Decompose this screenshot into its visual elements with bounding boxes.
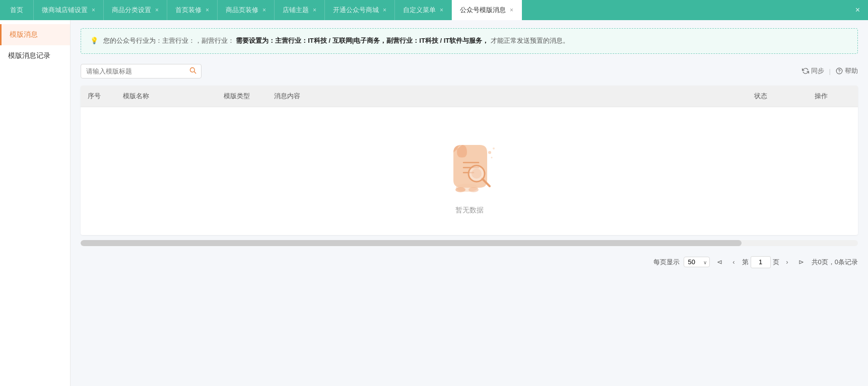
- page-size-select-wrap: 10 20 50 100: [684, 257, 710, 267]
- close-shop-settings[interactable]: ×: [92, 7, 95, 14]
- sync-icon: [802, 67, 809, 74]
- tab-open-wechat-shop-label: 开通公众号商城: [333, 6, 379, 15]
- col-type: 模版类型: [217, 86, 267, 107]
- search-input[interactable]: [81, 64, 202, 79]
- tab-shop-settings-label: 微商城店铺设置: [42, 6, 88, 15]
- svg-point-12: [493, 147, 495, 149]
- search-input-wrap: [81, 64, 202, 79]
- sidebar-item-template-message-label: 模版消息: [10, 30, 38, 38]
- close-home-decoration[interactable]: ×: [206, 7, 209, 14]
- tab-store-theme-label: 店铺主题: [283, 6, 309, 15]
- pagination: 每页显示 10 20 50 100 ⊲ ‹ 第 页 ›: [81, 251, 858, 273]
- tab-shop-settings[interactable]: 微商城店铺设置 ×: [34, 0, 104, 20]
- last-page-button[interactable]: ⊳: [795, 256, 808, 268]
- empty-text: 暂无数据: [81, 206, 858, 215]
- sidebar-item-template-message-record[interactable]: 模版消息记录: [0, 45, 70, 66]
- toolbar-right: 同步 | 帮助: [802, 66, 858, 75]
- toolbar-divider: |: [829, 67, 831, 75]
- help-button[interactable]: 帮助: [836, 66, 858, 75]
- sidebar: 模版消息 模版消息记录: [0, 20, 71, 386]
- col-name: 模版名称: [116, 86, 217, 107]
- scrollbar-thumb[interactable]: [81, 240, 742, 246]
- content-area: 💡 您的公众号行业为：主营行业：，副营行业： 需要设置为：主营行业：IT科技 /…: [71, 20, 868, 386]
- svg-point-14: [455, 187, 465, 192]
- tab-category-settings[interactable]: 商品分类设置 ×: [104, 0, 167, 20]
- page-suffix: 页: [773, 258, 779, 267]
- col-content: 消息内容: [267, 86, 747, 107]
- search-bar: 同步 | 帮助: [81, 64, 858, 79]
- svg-line-1: [194, 72, 195, 73]
- notice-prefix: 您的公众号行业为：主营行业：，副营行业：: [103, 37, 234, 44]
- tab-template-message-label: 公众号模版消息: [460, 6, 506, 15]
- empty-icon: [439, 137, 500, 198]
- sync-button[interactable]: 同步: [802, 66, 824, 75]
- page-number-input[interactable]: [751, 256, 771, 268]
- close-category-settings[interactable]: ×: [155, 7, 159, 14]
- main-layout: 模版消息 模版消息记录 💡 您的公众号行业为：主营行业：，副营行业： 需要设置为…: [0, 20, 868, 386]
- close-open-wechat-shop[interactable]: ×: [383, 7, 386, 14]
- table-header: 序号 模版名称 模版类型 消息内容 状态 操作: [81, 86, 858, 107]
- col-status: 状态: [747, 86, 808, 107]
- empty-state: 暂无数据: [81, 107, 858, 235]
- help-icon: [836, 67, 843, 74]
- tab-product-decoration-label: 商品页装修: [226, 6, 258, 15]
- close-custom-menu[interactable]: ×: [440, 7, 443, 14]
- page-size-select[interactable]: 10 20 50 100: [684, 257, 710, 267]
- tab-custom-menu[interactable]: 自定义菜单 ×: [395, 0, 452, 20]
- notice-suffix: 才能正常发送预置的消息。: [491, 37, 569, 44]
- tab-category-settings-label: 商品分类设置: [112, 6, 151, 15]
- svg-point-11: [488, 151, 491, 154]
- close-product-decoration[interactable]: ×: [262, 7, 266, 14]
- first-page-button[interactable]: ⊲: [714, 256, 726, 268]
- help-label: 帮助: [845, 66, 858, 75]
- col-action: 操作: [808, 86, 858, 107]
- svg-point-10: [472, 169, 482, 179]
- sync-label: 同步: [811, 66, 824, 75]
- notice-icon: 💡: [90, 37, 98, 44]
- tab-home-decoration-label: 首页装修: [175, 6, 202, 15]
- total-info: 共0页，0条记录: [812, 258, 858, 267]
- col-index: 序号: [81, 86, 116, 107]
- notice-banner: 💡 您的公众号行业为：主营行业：，副营行业： 需要设置为：主营行业：IT科技 /…: [81, 28, 858, 54]
- tab-store-theme[interactable]: 店铺主题 ×: [275, 0, 325, 20]
- tab-home-label: 首页: [10, 6, 23, 15]
- close-template-message[interactable]: ×: [510, 7, 513, 14]
- tab-custom-menu-label: 自定义菜单: [403, 6, 436, 15]
- sidebar-item-template-message[interactable]: 模版消息: [0, 24, 70, 45]
- page-label: 第: [742, 258, 749, 267]
- search-icon[interactable]: [189, 66, 196, 75]
- svg-point-13: [491, 157, 492, 158]
- sidebar-item-template-message-record-label: 模版消息记录: [8, 51, 50, 59]
- data-table: 序号 模版名称 模版类型 消息内容 状态 操作: [81, 86, 858, 235]
- empty-row: 暂无数据: [81, 107, 858, 235]
- page-nav: ⊲ ‹ 第 页 › ⊳: [714, 256, 808, 268]
- prev-page-button[interactable]: ‹: [728, 256, 740, 268]
- next-page-button[interactable]: ›: [781, 256, 793, 268]
- table-body: 暂无数据: [81, 107, 858, 235]
- notice-highlight: 需要设置为：主营行业：IT科技 / 互联网|电子商务，副营行业：IT科技 / I…: [236, 37, 489, 44]
- tab-home[interactable]: 首页: [0, 0, 34, 20]
- horizontal-scrollbar[interactable]: [81, 240, 858, 246]
- page-size-label: 每页显示: [653, 258, 680, 267]
- top-nav: 首页 微商城店铺设置 × 商品分类设置 × 首页装修 × 商品页装修 × 店铺主…: [0, 0, 868, 20]
- global-close-button[interactable]: ×: [847, 6, 868, 15]
- close-store-theme[interactable]: ×: [313, 7, 316, 14]
- tab-template-message[interactable]: 公众号模版消息 ×: [452, 0, 522, 20]
- svg-point-15: [469, 187, 479, 192]
- tab-home-decoration[interactable]: 首页装修 ×: [167, 0, 218, 20]
- tab-open-wechat-shop[interactable]: 开通公众号商城 ×: [325, 0, 395, 20]
- tab-product-decoration[interactable]: 商品页装修 ×: [218, 0, 275, 20]
- table-header-row: 序号 模版名称 模版类型 消息内容 状态 操作: [81, 86, 858, 107]
